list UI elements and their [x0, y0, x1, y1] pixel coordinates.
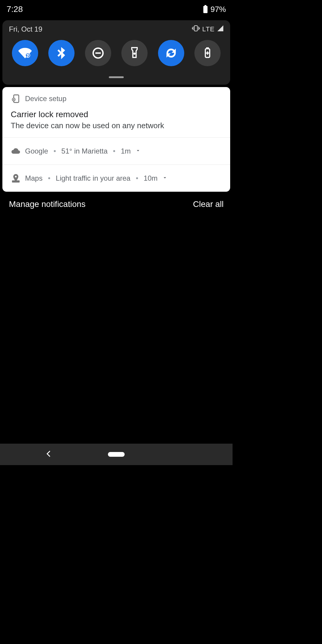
- qs-toggle-row: ?: [7, 36, 226, 70]
- separator: •: [52, 147, 57, 155]
- status-time: 7:28: [7, 4, 23, 14]
- notification-app-name: Google: [25, 147, 48, 155]
- svg-rect-13: [206, 48, 208, 49]
- battery-icon: [203, 5, 208, 13]
- svg-rect-0: [203, 6, 208, 13]
- svg-rect-1: [205, 5, 206, 6]
- qs-date[interactable]: Fri, Oct 19: [9, 25, 42, 33]
- notification-summary: 51° in Marietta: [61, 147, 108, 155]
- cloud-icon: [11, 146, 21, 156]
- notification-title: Carrier lock removed: [11, 110, 222, 119]
- svg-point-11: [134, 53, 135, 55]
- notification-maps[interactable]: Maps • Light traffic in your area • 10m: [2, 165, 230, 192]
- notification-device-setup[interactable]: Device setup Carrier lock removed The de…: [2, 87, 230, 138]
- battery-saver-toggle[interactable]: [194, 40, 221, 66]
- wifi-toggle[interactable]: ?: [12, 40, 38, 66]
- network-type: LTE: [202, 25, 215, 33]
- notification-list: Device setup Carrier lock removed The de…: [2, 87, 230, 192]
- qs-status-icons: LTE: [192, 25, 224, 33]
- maps-icon: [11, 173, 21, 183]
- notification-age: 10m: [144, 174, 158, 182]
- separator: •: [134, 174, 139, 182]
- flashlight-toggle[interactable]: [121, 40, 148, 66]
- battery-percent: 97%: [210, 5, 226, 14]
- svg-rect-19: [12, 180, 20, 182]
- dnd-toggle[interactable]: [85, 40, 111, 66]
- notification-weather[interactable]: Google • 51° in Marietta • 1m: [2, 138, 230, 165]
- svg-rect-2: [194, 26, 197, 31]
- home-pill[interactable]: [108, 452, 125, 457]
- auto-rotate-toggle[interactable]: [158, 40, 184, 66]
- manage-notifications-button[interactable]: Manage notifications: [9, 199, 86, 209]
- device-setup-icon: [11, 94, 21, 104]
- signal-icon: [217, 25, 224, 33]
- notification-age: 1m: [121, 147, 131, 155]
- notification-footer: Manage notifications Clear all: [0, 192, 233, 209]
- svg-point-18: [15, 176, 17, 178]
- chevron-down-icon[interactable]: [135, 147, 141, 155]
- notification-summary: Light traffic in your area: [56, 174, 130, 182]
- notification-app-name: Device setup: [25, 95, 66, 103]
- notification-app-name: Maps: [25, 174, 43, 182]
- vibrate-icon: [192, 25, 200, 33]
- status-bar: 7:28 97%: [0, 0, 233, 18]
- quick-settings-panel[interactable]: Fri, Oct 19 LTE ?: [2, 20, 230, 85]
- separator: •: [47, 174, 52, 182]
- bluetooth-toggle[interactable]: [48, 40, 75, 66]
- separator: •: [112, 147, 117, 155]
- clear-all-button[interactable]: Clear all: [193, 199, 224, 209]
- navigation-bar: [0, 444, 233, 465]
- notification-body: The device can now be used on any networ…: [11, 121, 222, 130]
- svg-text:?: ?: [27, 53, 29, 58]
- qs-expand-handle[interactable]: [109, 76, 124, 78]
- back-button[interactable]: [45, 450, 53, 459]
- chevron-down-icon[interactable]: [162, 174, 168, 182]
